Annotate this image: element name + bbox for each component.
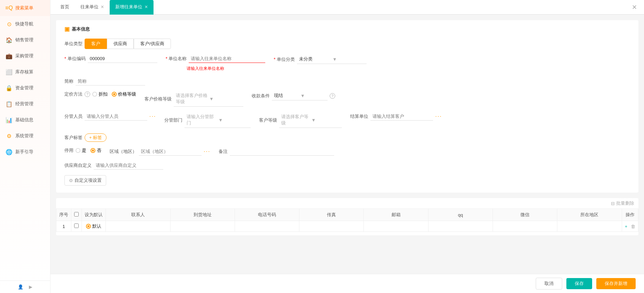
customer-level-select[interactable]: 请选择客户等级 ▼	[279, 112, 342, 128]
sidebar-item-quick-nav[interactable]: ⊙ 快捷导航	[0, 16, 50, 32]
col-email: 邮箱	[364, 209, 428, 221]
email-input[interactable]	[367, 224, 425, 229]
payment-help-icon[interactable]: ?	[330, 93, 335, 99]
qq-input[interactable]	[431, 224, 490, 229]
radio-discount[interactable]: 折扣	[92, 91, 108, 97]
unit-name-error: 请输入往来单位名称	[187, 66, 224, 72]
sidebar-item-label: 新手引导	[15, 149, 33, 155]
customer-price-level-select[interactable]: 请选择客户价格等级 ▼	[174, 91, 243, 107]
radio-disabled-yes[interactable]: 是	[76, 147, 86, 154]
cell-address[interactable]	[170, 221, 235, 232]
chevron-down-icon: ▼	[332, 57, 364, 62]
close-all-tabs[interactable]: ✕	[629, 3, 640, 11]
home-icon: ⊙	[6, 21, 13, 27]
tab-partner[interactable]: 往来单位 ✕	[75, 0, 110, 15]
manager-input[interactable]	[85, 112, 147, 121]
cancel-button[interactable]: 取消	[536, 278, 562, 290]
unit-category-select[interactable]: 未分类 ▼	[297, 55, 367, 64]
settlement-more-icon[interactable]: ···	[435, 113, 442, 120]
payment-terms-select[interactable]: 现结 ▼	[272, 91, 328, 100]
cell-fax[interactable]	[299, 221, 364, 232]
settlement-unit-input[interactable]	[370, 112, 433, 121]
tab-new-partner-close[interactable]: ✕	[144, 5, 148, 9]
manager-more-icon[interactable]: ···	[149, 113, 156, 120]
unit-type-row: 单位类型 客户 供应商 客户/供应商	[64, 39, 630, 49]
delete-row-button[interactable]: 🗑	[631, 224, 635, 229]
cell-wechat[interactable]	[493, 221, 557, 232]
custom-settings-row: ⚙ 自定义项设置	[64, 175, 630, 186]
unit-btn-both[interactable]: 客户/供应商	[134, 39, 171, 49]
pricing-help-icon[interactable]: ?	[85, 91, 90, 97]
tab-new-partner[interactable]: 新增往来单位 ✕	[110, 0, 154, 15]
col-qq: qq	[428, 209, 493, 221]
row-checkbox[interactable]	[74, 223, 79, 228]
phone-input[interactable]	[238, 224, 296, 229]
user-icon[interactable]: 👤	[18, 284, 23, 290]
sidebar-item-search[interactable]: ≡Q 搜索菜单	[0, 0, 50, 16]
sidebar-item-purchase[interactable]: 💼 采购管理	[0, 48, 50, 64]
supplier-custom-input[interactable]	[94, 161, 163, 170]
unit-code-input[interactable]	[88, 55, 157, 63]
sidebar-item-sales[interactable]: 🏠 销售管理	[0, 32, 50, 48]
save-button[interactable]: 保存	[566, 278, 592, 289]
sidebar-item-operations[interactable]: 📋 经营管理	[0, 96, 50, 112]
contact-table-section: ⊟ 批量删除 序号 设为默认 联系人 到货地址 电话号码 传真 邮箱 qq	[56, 198, 638, 235]
region-label: 区域（地区）	[110, 148, 137, 155]
contact-input[interactable]	[109, 224, 167, 229]
remark-input[interactable]	[230, 147, 334, 156]
default-label: 默认	[92, 223, 101, 229]
unit-btn-supplier[interactable]: 供应商	[107, 39, 134, 49]
unit-type-label: 单位类型	[64, 41, 83, 47]
sidebar-item-inventory[interactable]: ⬜ 库存核算	[0, 64, 50, 80]
row-default-radio[interactable]: 默认	[85, 223, 103, 229]
section-title-text: 基本信息	[72, 26, 90, 32]
section-icon: ▣	[64, 26, 70, 32]
fax-input[interactable]	[302, 224, 361, 229]
address-input[interactable]	[173, 224, 232, 229]
tab-home-label: 首页	[60, 4, 69, 10]
row-region-input[interactable]	[560, 224, 619, 229]
alias-row: 简称	[64, 77, 630, 86]
add-row-button[interactable]: +	[625, 224, 628, 229]
department-select[interactable]: 请输入分管部门 ▼	[184, 112, 251, 128]
unit-btn-customer[interactable]: 客户	[85, 39, 107, 49]
region-more-icon[interactable]: ···	[204, 148, 210, 155]
batch-delete-button[interactable]: 批量删除	[616, 200, 634, 206]
alias-label: 简称	[64, 78, 73, 84]
radio-yes-circle	[76, 148, 80, 153]
contact-table: 序号 设为默认 联系人 到货地址 电话号码 传真 邮箱 qq 微信 所在地区 操…	[56, 209, 638, 232]
footer-bar: 取消 保存 保存并新增	[50, 274, 644, 293]
alias-input[interactable]	[76, 77, 145, 86]
tab-partner-close[interactable]: ✕	[101, 5, 104, 9]
cell-region[interactable]	[557, 221, 622, 232]
sidebar-item-system[interactable]: ⚙ 系统管理	[0, 128, 50, 144]
department-field: 分管部门 请输入分管部门 ▼	[164, 112, 251, 128]
radio-disabled-no[interactable]: 否	[91, 147, 101, 154]
inventory-icon: ⬜	[6, 68, 13, 75]
wechat-input[interactable]	[496, 224, 554, 229]
select-all-checkbox[interactable]	[74, 212, 79, 217]
col-action: 操作	[622, 209, 638, 221]
custom-settings-button[interactable]: ⚙ 自定义项设置	[64, 175, 106, 186]
sidebar-item-basic[interactable]: 📊 基础信息	[0, 112, 50, 128]
save-new-button[interactable]: 保存并新增	[596, 278, 636, 289]
cell-email[interactable]	[364, 221, 428, 232]
col-region: 所在地区	[557, 209, 622, 221]
cell-qq[interactable]	[428, 221, 493, 232]
chevron-down-icon5: ▼	[311, 117, 340, 123]
unit-name-field: 单位名称 请输入往来单位名称	[166, 55, 266, 72]
unit-name-input[interactable]	[189, 55, 265, 63]
sidebar-item-guide[interactable]: 🌐 新手引导	[0, 144, 50, 160]
add-tag-button[interactable]: + 标签	[85, 133, 107, 142]
col-address: 到货地址	[170, 209, 235, 221]
code-name-category-row: 单位编码 单位名称 请输入往来单位名称 单位分类 未分类 ▼	[64, 55, 630, 72]
sidebar-item-finance[interactable]: 🔒 资金管理	[0, 80, 50, 96]
radio-price-level[interactable]: 价格等级	[112, 91, 136, 97]
region-input[interactable]	[139, 147, 202, 156]
expand-icon[interactable]: ▶	[29, 284, 32, 290]
customer-price-level-placeholder: 请选择客户价格等级	[176, 92, 208, 105]
cell-phone[interactable]	[235, 221, 299, 232]
cell-contact[interactable]	[106, 221, 170, 232]
tab-home[interactable]: 首页	[55, 0, 75, 15]
sidebar-item-label: 库存核算	[15, 69, 33, 75]
